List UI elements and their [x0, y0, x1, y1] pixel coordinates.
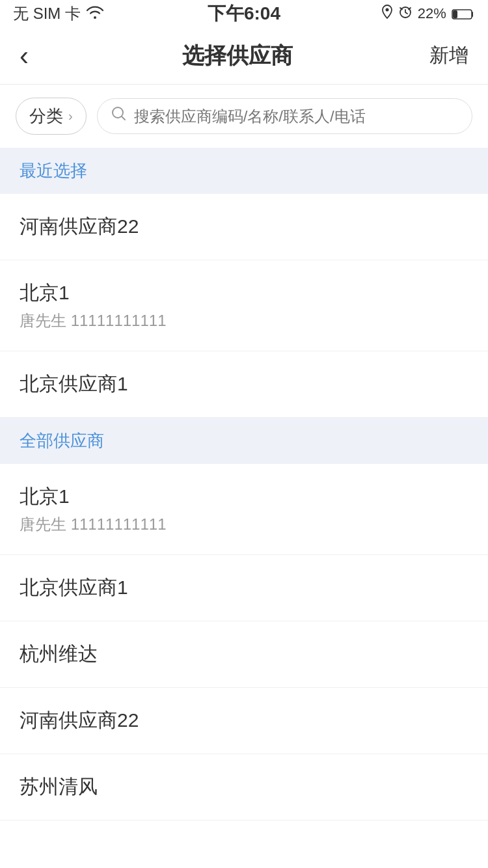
all-list: 北京1唐先生 11111111111北京供应商1杭州维达河南供应商22苏州清风 [0, 464, 488, 821]
category-label: 分类 [29, 105, 63, 128]
back-button[interactable]: ‹ [20, 40, 59, 72]
list-item[interactable]: 苏州清风 [0, 754, 488, 821]
list-item[interactable]: 北京供应商1 [0, 555, 488, 621]
search-input[interactable] [134, 107, 459, 126]
svg-point-0 [385, 8, 388, 12]
item-name: 河南供应商22 [20, 213, 468, 240]
battery-text: 22% [418, 5, 475, 22]
page-title: 选择供应商 [59, 41, 416, 71]
recent-section-header: 最近选择 [0, 148, 488, 194]
carrier-text: 无 SIM 卡 [13, 3, 81, 24]
wifi-icon [86, 5, 104, 23]
item-contact: 唐先生 11111111111 [20, 514, 468, 535]
item-name: 苏州清风 [20, 774, 468, 800]
list-item[interactable]: 河南供应商22 [0, 688, 488, 754]
list-item[interactable]: 杭州维达 [0, 621, 488, 688]
all-section-label: 全部供应商 [20, 431, 104, 450]
status-right: 22% [381, 5, 475, 23]
search-box [97, 98, 472, 134]
all-section-header: 全部供应商 [0, 418, 488, 464]
item-name: 杭州维达 [20, 641, 468, 668]
recent-section-label: 最近选择 [20, 161, 87, 180]
add-button[interactable]: 新增 [416, 42, 468, 69]
status-time: 下午6:04 [208, 1, 280, 26]
list-item[interactable]: 北京供应商1 [0, 351, 488, 418]
recent-list: 河南供应商22北京1唐先生 11111111111北京供应商1 [0, 194, 488, 418]
item-name: 北京供应商1 [20, 575, 468, 601]
nav-bar: ‹ 选择供应商 新增 [0, 27, 488, 85]
status-left: 无 SIM 卡 [13, 3, 104, 24]
list-item[interactable]: 北京1唐先生 11111111111 [0, 260, 488, 351]
location-icon [381, 5, 393, 23]
item-name: 北京供应商1 [20, 371, 468, 398]
item-name: 北京1 [20, 483, 468, 510]
alarm-icon [398, 5, 413, 23]
list-item[interactable]: 北京1唐先生 11111111111 [0, 464, 488, 555]
search-icon [111, 105, 128, 127]
filter-bar: 分类 › [0, 85, 488, 148]
chevron-right-icon: › [68, 109, 73, 124]
item-name: 北京1 [20, 280, 468, 306]
category-button[interactable]: 分类 › [16, 98, 87, 135]
svg-rect-3 [453, 10, 457, 18]
item-name: 河南供应商22 [20, 707, 468, 734]
item-contact: 唐先生 11111111111 [20, 310, 468, 331]
list-item[interactable]: 河南供应商22 [0, 194, 488, 260]
status-bar: 无 SIM 卡 下午6:04 22 [0, 0, 488, 27]
